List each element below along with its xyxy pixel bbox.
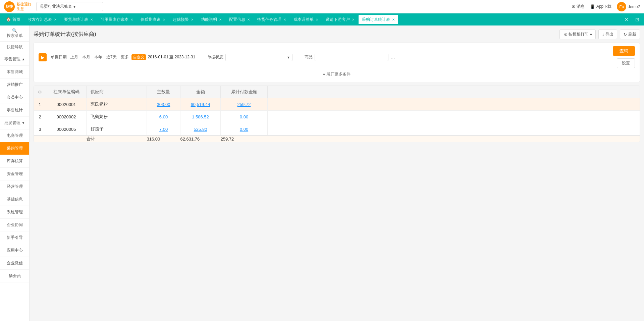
sidebar-item-newbie[interactable]: 新手引导 xyxy=(0,231,29,244)
row-code: 00020005 xyxy=(46,123,87,136)
gear-icon[interactable]: ⚙ xyxy=(38,90,42,95)
sidebar-item-label-enterprise: 企业协同 xyxy=(7,222,23,227)
footer-paid: 259.72 xyxy=(221,136,268,142)
table-col-code: 往来单位编码 xyxy=(46,86,87,98)
tab-close-purchase-stat[interactable]: ✕ xyxy=(392,18,395,21)
tab-overstock[interactable]: 超储预警 ✕ xyxy=(169,15,197,24)
tab-picking[interactable]: 拣货任务管理 ✕ xyxy=(254,15,289,24)
row-amount: 60,519.44 xyxy=(180,98,221,111)
filter-more-dots[interactable]: … xyxy=(390,55,395,60)
sidebar-item-member[interactable]: 会员中心 xyxy=(0,91,29,104)
tab-close-available[interactable]: ✕ xyxy=(130,18,133,21)
table-header: ⚙ 往来单位编码 供应商 主数量 金额 累计付款金额 xyxy=(34,86,640,98)
user-menu[interactable]: Ea demo2 xyxy=(617,2,640,11)
workspace-name: 母婴行业演示账套 xyxy=(40,4,72,9)
sidebar-search[interactable]: 🔍 搜索菜单 xyxy=(0,25,29,42)
expand-more-icon: ▾ xyxy=(323,72,325,77)
sidebar-item-member2[interactable]: 畅会员 xyxy=(0,270,29,282)
nav-close-button[interactable]: ✕ xyxy=(623,16,631,23)
tab-close-invite[interactable]: ✕ xyxy=(352,18,355,21)
sidebar-item-retail[interactable]: 零售管理 ▲ xyxy=(0,53,29,66)
sidebar-item-enterprise[interactable]: 企业协同 xyxy=(0,219,29,231)
sidebar-item-operation[interactable]: 经营管理 xyxy=(0,180,29,193)
tab-close-config[interactable]: ✕ xyxy=(247,18,250,21)
sidebar-item-ecommerce[interactable]: 电商管理 xyxy=(0,129,29,142)
tab-close-requisition[interactable]: ✕ xyxy=(90,18,93,21)
date-shortcut-more[interactable]: 更多 xyxy=(119,54,130,61)
nav-expand-button[interactable]: ⊡ xyxy=(633,16,641,23)
print-icon: 🖨 xyxy=(563,32,567,37)
tab-close-validity[interactable]: ✕ xyxy=(163,18,165,21)
sidebar-item-retail-stat[interactable]: 零售统计 xyxy=(0,104,29,117)
sidebar-item-label-finance: 资金管理 xyxy=(7,171,23,176)
sidebar-item-system[interactable]: 系统管理 xyxy=(0,206,29,219)
export-button[interactable]: ↓ 导出 xyxy=(598,30,617,39)
row-supplier: 惠氏奶粉 xyxy=(87,98,147,111)
sidebar-item-wechat[interactable]: 企业微信 xyxy=(0,257,29,270)
row-qty: 303.00 xyxy=(147,98,180,111)
date-shortcut-7days[interactable]: 近7天 xyxy=(105,54,118,61)
refresh-button[interactable]: ↻ 刷新 xyxy=(620,30,640,39)
tab-collection[interactable]: 收发存汇总表 ✕ xyxy=(24,15,60,24)
sidebar-quick-nav[interactable]: 快捷导航 xyxy=(0,42,29,53)
filter-row: ▶ 单据日期 上月 本月 本年 近7天 更多 自定义 2016-01-01 至 xyxy=(39,46,635,68)
row-supplier: 好孩子 xyxy=(87,123,147,136)
filter-date-item: 单据日期 上月 本月 本年 近7天 更多 自定义 2016-01-01 至 20… xyxy=(51,54,195,61)
tab-close-function[interactable]: ✕ xyxy=(219,18,222,21)
message-button[interactable]: ✉ 消息 xyxy=(572,4,585,9)
sidebar-item-finance[interactable]: 资金管理 xyxy=(0,168,29,180)
filter-toggle-button[interactable]: ▶ xyxy=(39,53,47,61)
template-print-button[interactable]: 🖨 按模板打印 ▾ xyxy=(559,30,596,39)
sidebar-item-marketing[interactable]: 营销推广 xyxy=(0,78,29,91)
date-shortcut-this-month[interactable]: 本月 xyxy=(81,54,92,61)
filter-goods-input[interactable] xyxy=(315,54,388,61)
sidebar-item-basic[interactable]: 基础信息 xyxy=(0,193,29,206)
sidebar-item-label-retail: 零售管理 xyxy=(4,56,20,62)
sidebar-item-inventory[interactable]: 库存核算 xyxy=(0,155,29,168)
expand-more-button[interactable]: ▾ 展开更多条件 xyxy=(323,71,351,77)
table-footer: 合计 316.00 62,631.76 259.72 xyxy=(34,136,640,142)
tab-validity[interactable]: 保质期查询 ✕ xyxy=(137,15,169,24)
sidebar-item-appstore[interactable]: 应用中心 xyxy=(0,244,29,257)
sidebar-item-retail-shop[interactable]: 零售商城 xyxy=(0,66,29,78)
date-custom-badge[interactable]: 自定义 xyxy=(131,54,146,60)
tab-available[interactable]: 可用量库存账本 ✕ xyxy=(97,15,137,24)
tab-purchase-stat[interactable]: 采购订单统计表 ✕ xyxy=(359,15,398,24)
app-download-button[interactable]: 📱 App下载 xyxy=(590,4,611,9)
main-layout: 🔍 搜索菜单 快捷导航 零售管理 ▲ 零售商城 营销推广 会员中心 零售统计 批… xyxy=(0,25,644,321)
tab-function[interactable]: 功能说明 ✕ xyxy=(198,15,225,24)
tab-close-picking[interactable]: ✕ xyxy=(283,18,286,21)
sidebar-item-wholesale[interactable]: 批发管理 ▼ xyxy=(0,117,29,129)
query-button[interactable]: 查询 xyxy=(613,46,635,56)
row-extra xyxy=(268,123,640,136)
settings-button[interactable]: 设置 xyxy=(617,58,635,68)
tab-close-cost[interactable]: ✕ xyxy=(316,18,318,21)
tab-close-overstock[interactable]: ✕ xyxy=(191,18,194,21)
workspace-selector[interactable]: 母婴行业演示账套 ▾ xyxy=(36,2,103,11)
sidebar-item-label-inventory: 库存核算 xyxy=(7,159,23,163)
message-icon: ✉ xyxy=(572,4,575,9)
table-row[interactable]: 3 00020005 好孩子 7.00 525.80 0.00 xyxy=(34,123,640,136)
tab-config[interactable]: 配置信息 ✕ xyxy=(226,15,253,24)
date-shortcut-this-year[interactable]: 本年 xyxy=(93,54,104,61)
row-amount: 1,586.52 xyxy=(180,111,221,123)
row-code: 00020002 xyxy=(46,111,87,123)
tab-cost[interactable]: 成本调整单 ✕ xyxy=(290,15,322,24)
sidebar-item-label-retail-stat: 零售统计 xyxy=(7,108,23,112)
sidebar-item-label-member: 会员中心 xyxy=(7,95,23,100)
footer-label: 合计 xyxy=(87,136,147,142)
filter-status-item: 单据状态 ▾ xyxy=(207,54,292,61)
table-row[interactable]: 2 00020002 飞鹤奶粉 6.00 1,586.52 0.00 xyxy=(34,111,640,123)
filter-date-label: 单据日期 xyxy=(51,54,67,60)
table-row[interactable]: 1 00020001 惠氏奶粉 303.00 60,519.44 259.72 xyxy=(34,98,640,111)
user-avatar: Ea xyxy=(617,2,626,11)
top-bar: 畅捷 畅捷通好生意 母婴行业演示账套 ▾ ✉ 消息 📱 App下载 Ea dem… xyxy=(0,0,644,13)
filter-status-select[interactable]: ▾ xyxy=(225,54,292,61)
tab-close-collection[interactable]: ✕ xyxy=(54,18,57,21)
tab-invite[interactable]: 邀请下游客户 ✕ xyxy=(322,15,358,24)
date-shortcut-last-month[interactable]: 上月 xyxy=(69,54,79,61)
download-icon: 📱 xyxy=(590,4,595,9)
tab-home[interactable]: 🏠 首页 xyxy=(3,15,24,24)
tab-requisition[interactable]: 要货单统计表 ✕ xyxy=(61,15,96,24)
sidebar-item-purchase[interactable]: 采购管理 xyxy=(0,142,29,155)
